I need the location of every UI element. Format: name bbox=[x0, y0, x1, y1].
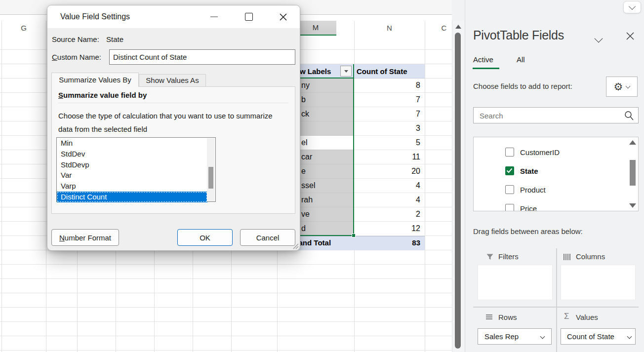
grid-vline bbox=[46, 21, 46, 352]
field-search-box[interactable] bbox=[473, 107, 639, 123]
ok-button[interactable]: OK bbox=[177, 229, 233, 246]
excel-window: G M N C Row Labels Count of State ny 8 b… bbox=[0, 0, 644, 352]
checkbox[interactable] bbox=[505, 166, 514, 175]
fields-options-button[interactable]: ⚙ bbox=[606, 77, 638, 97]
chevron-down-icon bbox=[344, 70, 348, 73]
pill-label: Count of State bbox=[561, 332, 614, 341]
field-item-product[interactable]: Product bbox=[505, 180, 546, 199]
pivot-row-value[interactable]: 5 bbox=[354, 136, 425, 150]
column-header-n[interactable]: N bbox=[354, 21, 425, 36]
values-area-label: Values bbox=[576, 313, 598, 321]
scroll-up-icon[interactable] bbox=[455, 25, 461, 29]
chevron-down-icon bbox=[629, 2, 636, 9]
pane-left-divider bbox=[465, 0, 465, 352]
ribbon-collapse-button[interactable] bbox=[623, 1, 641, 13]
minimize-button[interactable] bbox=[206, 12, 222, 22]
row-labels-filter-button[interactable] bbox=[340, 66, 352, 77]
maximize-icon bbox=[245, 13, 253, 21]
calc-option[interactable]: Min bbox=[57, 138, 215, 149]
checkbox[interactable] bbox=[505, 148, 514, 156]
check-icon bbox=[506, 168, 513, 173]
search-input[interactable] bbox=[479, 108, 619, 124]
search-icon[interactable] bbox=[624, 111, 634, 121]
grand-total-value: 83 bbox=[354, 236, 425, 250]
calculation-description: Choose the type of calculation that you … bbox=[58, 109, 282, 136]
filters-area-label: Filters bbox=[498, 252, 519, 261]
sheet-scrollbar-thumb[interactable] bbox=[455, 33, 461, 349]
close-icon bbox=[279, 13, 287, 21]
minimize-icon bbox=[210, 16, 218, 17]
close-button[interactable] bbox=[275, 11, 291, 22]
pivot-row-value[interactable]: 7 bbox=[354, 93, 425, 107]
chevron-down-icon bbox=[595, 35, 603, 43]
field-label: State bbox=[520, 167, 538, 175]
columns-drop-zone[interactable] bbox=[561, 265, 636, 300]
pivot-count-header[interactable]: Count of State bbox=[357, 64, 407, 78]
field-item-state[interactable]: State bbox=[505, 161, 538, 180]
pivot-row-value[interactable]: 4 bbox=[354, 179, 425, 193]
pane-title: PivotTable Fields bbox=[473, 28, 564, 42]
pane-close-button[interactable] bbox=[625, 31, 635, 43]
calculation-listbox[interactable]: Min StdDev StdDevp Var Varp Distinct Cou… bbox=[56, 137, 216, 202]
pivot-row-value[interactable]: 3 bbox=[354, 121, 425, 136]
filters-drop-zone[interactable] bbox=[478, 265, 553, 300]
field-item-price[interactable]: Price bbox=[505, 199, 537, 211]
areas-vertical-divider bbox=[556, 248, 557, 352]
tab-active[interactable]: Active bbox=[473, 55, 493, 64]
tab-all[interactable]: All bbox=[517, 55, 525, 64]
dialog-title: Value Field Settings bbox=[60, 5, 130, 28]
value-field-settings-dialog: Value Field Settings Source Name: State … bbox=[47, 5, 300, 251]
field-list: CustomerID State Product Price bbox=[473, 137, 639, 211]
calc-option[interactable]: StdDevp bbox=[57, 159, 215, 170]
tab-show-values-as[interactable]: Show Values As bbox=[139, 74, 206, 87]
maximize-button[interactable] bbox=[241, 12, 257, 22]
tab-summarize-values-by[interactable]: Summarize Values By bbox=[51, 73, 139, 87]
calc-option-selected[interactable]: Distinct Count bbox=[57, 192, 207, 202]
grid-vline bbox=[425, 21, 425, 352]
column-header-g[interactable]: G bbox=[1, 21, 46, 36]
custom-name-label: Custom Name: bbox=[52, 53, 101, 61]
sigma-icon: Σ bbox=[564, 312, 569, 321]
field-list-scroll-down-icon[interactable] bbox=[629, 203, 636, 208]
listbox-scrollbar[interactable] bbox=[207, 138, 215, 201]
checkbox[interactable] bbox=[505, 185, 514, 194]
field-list-scrollbar-thumb[interactable] bbox=[630, 160, 636, 186]
chevron-down-icon[interactable] bbox=[540, 334, 545, 339]
values-field-count-of-state[interactable]: Count of State bbox=[561, 328, 636, 345]
number-format-button[interactable]: Number Format bbox=[51, 229, 119, 246]
selection-fill-handle[interactable] bbox=[352, 234, 356, 237]
calc-option[interactable]: StdDev bbox=[57, 149, 215, 159]
rows-area-label: Rows bbox=[498, 313, 517, 321]
rows-icon bbox=[486, 314, 492, 319]
calc-option[interactable]: Varp bbox=[57, 181, 215, 192]
summarize-field-heading: Summarize value field by bbox=[58, 91, 147, 99]
pivot-row-value[interactable]: 8 bbox=[354, 78, 425, 93]
close-icon bbox=[625, 31, 635, 41]
pivot-row-value[interactable]: 20 bbox=[354, 164, 425, 179]
pivot-row-value[interactable]: 7 bbox=[354, 107, 425, 121]
areas-horizontal-divider bbox=[473, 307, 639, 308]
grid-vline bbox=[1, 21, 2, 352]
heading-rule bbox=[58, 103, 288, 103]
columns-area-label: Columns bbox=[576, 252, 605, 261]
field-label: Price bbox=[520, 204, 537, 212]
gear-icon: ⚙ bbox=[614, 81, 623, 92]
pivot-row-value[interactable]: 4 bbox=[354, 193, 425, 207]
drag-fields-label: Drag fields between areas below: bbox=[473, 227, 583, 235]
chevron-down-icon[interactable] bbox=[627, 334, 632, 339]
custom-name-input[interactable] bbox=[109, 49, 295, 65]
rows-field-sales-rep[interactable]: Sales Rep bbox=[478, 328, 552, 345]
field-item-customerid[interactable]: CustomerID bbox=[505, 143, 560, 161]
listbox-scrollbar-thumb[interactable] bbox=[208, 167, 213, 189]
field-list-scroll-up-icon[interactable] bbox=[629, 140, 636, 145]
pivot-row-value[interactable]: 11 bbox=[354, 150, 425, 164]
checkbox[interactable] bbox=[505, 204, 514, 211]
resize-grip[interactable] bbox=[292, 242, 299, 249]
cancel-button[interactable]: Cancel bbox=[240, 229, 295, 246]
pivot-row-value[interactable]: 12 bbox=[354, 222, 425, 236]
calc-option[interactable]: Var bbox=[57, 170, 215, 181]
columns-icon bbox=[564, 253, 570, 262]
pane-menu-button[interactable] bbox=[596, 35, 602, 43]
pill-label: Sales Rep bbox=[478, 332, 519, 341]
pivot-row-value[interactable]: 2 bbox=[354, 207, 425, 222]
